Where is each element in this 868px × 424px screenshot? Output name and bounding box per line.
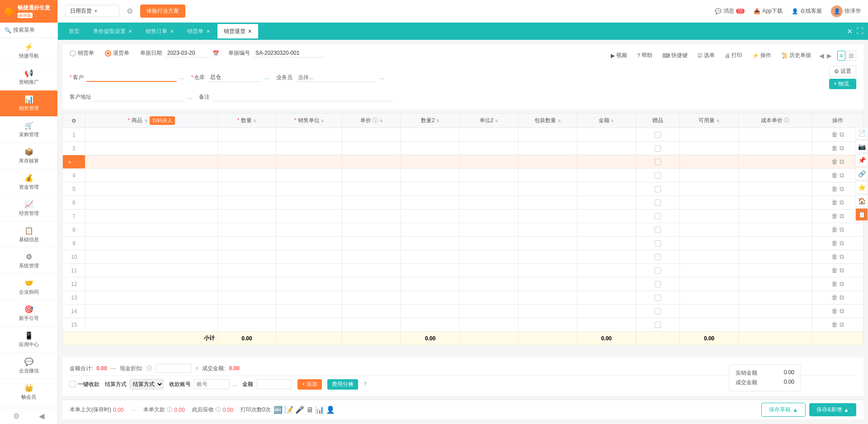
sidebar-item-inventory[interactable]: 📦 库存核算 — [0, 143, 57, 169]
cost-price-cell[interactable] — [739, 196, 812, 210]
tab-sale-return-close[interactable]: × — [248, 24, 252, 38]
sidebar-item-basic-info[interactable]: 📋 基础信息 — [0, 222, 57, 248]
input-bar-icon-3[interactable]: 🎤 — [295, 405, 304, 414]
note-input[interactable] — [212, 93, 393, 101]
side-action-3[interactable]: 📌 — [855, 154, 868, 167]
sidebar-item-sales[interactable]: 📊 销售管理 — [0, 91, 57, 117]
pkg-qty-cell[interactable] — [519, 142, 577, 155]
discount-input[interactable] — [156, 364, 192, 373]
qty-cell[interactable] — [217, 264, 276, 277]
available-cell[interactable] — [680, 318, 739, 332]
amount-cell[interactable] — [577, 155, 636, 169]
copy-row-icon[interactable]: ⧉ — [839, 321, 845, 328]
cost-price-cell[interactable] — [739, 277, 812, 291]
fee-split-btn[interactable]: 费用分摊 — [327, 379, 358, 390]
price-cell[interactable] — [342, 264, 401, 277]
sale-unit-cell[interactable] — [276, 277, 342, 291]
select-bill-btn[interactable]: ☑ 选单 — [695, 50, 717, 61]
qty-cell[interactable] — [217, 155, 276, 169]
qty2-cell[interactable] — [401, 223, 460, 237]
grid-view-btn[interactable]: ⊞ — [846, 51, 856, 61]
side-action-1[interactable]: 📄 — [855, 127, 868, 139]
amount-cell[interactable] — [577, 250, 636, 264]
sale-unit-cell[interactable] — [276, 250, 342, 264]
cost-price-cell[interactable] — [739, 128, 812, 142]
available-cell[interactable] — [680, 291, 739, 305]
sidebar-item-member[interactable]: 👑 畅会员 — [0, 379, 57, 405]
copy-row-icon[interactable]: ⧉ — [839, 280, 845, 287]
col-qty2-sort[interactable]: ⇅ — [436, 119, 439, 123]
pkg-qty-cell[interactable] — [519, 291, 577, 305]
available-cell[interactable] — [680, 277, 739, 291]
gift-checkbox[interactable] — [655, 295, 661, 301]
sale-unit-cell[interactable] — [276, 169, 342, 182]
app-download-button[interactable]: 📥 App下载 — [754, 7, 783, 15]
gift-checkbox[interactable] — [655, 240, 661, 247]
account-ellipsis[interactable]: ... — [232, 381, 237, 387]
customer-ellipsis[interactable]: ... — [179, 74, 184, 81]
copy-row-icon[interactable]: ⧉ — [839, 307, 845, 314]
sidebar-item-finance[interactable]: 💰 资金管理 — [0, 169, 57, 195]
unit2-cell[interactable] — [460, 291, 519, 305]
pkg-qty-cell[interactable] — [519, 182, 577, 196]
amount-cell[interactable] — [577, 196, 636, 210]
qty-cell[interactable] — [217, 169, 276, 182]
sale-unit-cell[interactable] — [276, 128, 342, 142]
price-cell[interactable] — [342, 128, 401, 142]
qty-cell[interactable] — [217, 223, 276, 237]
copy-row-icon[interactable]: ⧉ — [839, 185, 845, 192]
unit2-cell[interactable] — [460, 128, 519, 142]
copy-row-icon[interactable]: ⧉ — [839, 226, 845, 233]
delete-row-icon[interactable]: 🗑 — [830, 199, 839, 206]
delete-row-icon[interactable]: 🗑 — [830, 158, 839, 165]
input-bar-icon-6[interactable]: 👤 — [326, 405, 335, 414]
price-cell[interactable] — [342, 318, 401, 332]
col-unit2-sort[interactable]: ⇅ — [495, 119, 498, 123]
cost-price-cell[interactable] — [739, 223, 812, 237]
input-bar-icon-2[interactable]: 📝 — [284, 405, 293, 414]
radio-sale-out[interactable]: 销货单 — [70, 49, 94, 57]
col-qty-sort[interactable]: ⇅ — [253, 119, 256, 123]
unit2-cell[interactable] — [460, 277, 519, 291]
sidebar-item-system[interactable]: ⚙ 系统管理 — [0, 248, 57, 274]
gift-checkbox[interactable] — [655, 227, 661, 233]
col-product-sort[interactable]: ⇅ — [145, 119, 148, 123]
tab-sale-price-close[interactable]: × — [128, 24, 132, 38]
side-action-6[interactable]: 🏠 — [855, 195, 868, 207]
price-cell[interactable] — [342, 155, 401, 169]
action-btn[interactable]: ⚡ 操作 — [750, 50, 774, 61]
input-bar-icon-5[interactable]: 📊 — [315, 405, 324, 414]
sidebar-item-operations[interactable]: 📈 经营管理 — [0, 195, 57, 222]
col-gear[interactable]: ⚙ — [63, 114, 85, 128]
sidebar-item-new-guide[interactable]: 🎯 新手引导 — [0, 300, 57, 327]
available-cell[interactable] — [680, 210, 739, 223]
sidebar-item-wechat[interactable]: 💬 企业微信 — [0, 353, 57, 379]
delete-row-icon[interactable]: 🗑 — [830, 267, 839, 274]
col-price-sort[interactable]: ⇅ — [380, 119, 383, 123]
cost-price-cell[interactable] — [739, 264, 812, 277]
pkg-qty-cell[interactable] — [519, 223, 577, 237]
warehouse-input[interactable] — [208, 73, 262, 82]
table-view-btn[interactable]: ≡ — [837, 51, 845, 61]
qty2-cell[interactable] — [401, 318, 460, 332]
add-payment-btn[interactable]: + 添加 — [297, 379, 322, 390]
input-bar-icon-1[interactable]: 🔤 — [274, 405, 283, 414]
amount-cell[interactable] — [577, 291, 636, 305]
pkg-qty-cell[interactable] — [519, 237, 577, 250]
delete-row-icon[interactable]: 🗑 — [830, 294, 839, 301]
available-cell[interactable] — [680, 196, 739, 210]
pkg-qty-cell[interactable] — [519, 196, 577, 210]
sale-unit-cell[interactable] — [276, 264, 342, 277]
qty-cell[interactable] — [217, 182, 276, 196]
copy-row-icon[interactable]: ⧉ — [839, 158, 845, 165]
qty2-cell[interactable] — [401, 250, 460, 264]
topbar-gear-icon[interactable]: ⚙ — [127, 7, 133, 15]
available-cell[interactable] — [680, 169, 739, 182]
gift-checkbox[interactable] — [655, 159, 661, 165]
price-cell[interactable] — [342, 305, 401, 318]
available-cell[interactable] — [680, 155, 739, 169]
amount-cell[interactable] — [577, 277, 636, 291]
price-cell[interactable] — [342, 196, 401, 210]
sale-unit-cell[interactable] — [276, 196, 342, 210]
staff-ellipsis[interactable]: ... — [379, 74, 384, 81]
